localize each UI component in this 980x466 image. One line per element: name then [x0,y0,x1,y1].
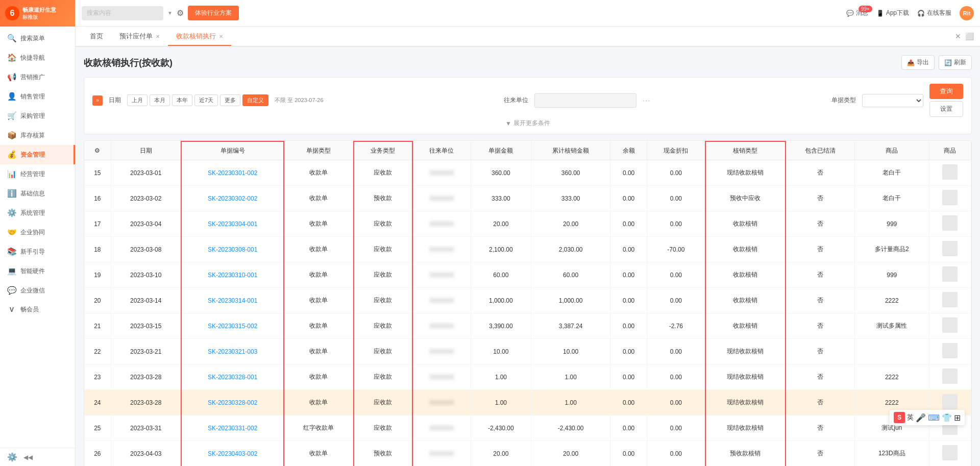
col-settings-icon[interactable]: ⚙ [94,147,100,154]
collapse-icon[interactable]: ◀◀ [23,454,33,461]
message-badge[interactable]: 💬 消息 99+ [846,9,868,17]
table-row[interactable]: 25 2023-03-31 SK-20230331-002 红字收款单 应收款 … [84,415,971,441]
table-row[interactable]: 17 2023-03-04 SK-20230304-001 收款单 应收款 XX… [84,211,971,237]
doc-no-link[interactable]: SK-20230321-003 [208,348,257,355]
more-date-btn[interactable]: 更多 [220,94,240,106]
doc-no-link[interactable]: SK-20230310-001 [208,272,257,279]
settings-button[interactable]: 设置 [929,101,963,117]
cell-cancel-amount: 10.00 [531,339,610,364]
sidebar-item-system[interactable]: ⚙️ 系统管理 [0,203,75,223]
query-button[interactable]: 查询 [929,84,963,99]
topbar-gear-icon[interactable]: ⚙ [177,8,184,18]
table-row[interactable]: 23 2023-03-28 SK-20230328-001 收款单 应收款 XX… [84,364,971,390]
sidebar-item-member[interactable]: V 畅会员 [0,300,75,319]
tab-prepay-close[interactable]: ✕ [156,34,160,39]
purchase-icon: 🛒 [7,111,16,120]
table-row[interactable]: 16 2023-03-02 SK-20230302-002 收款单 预收款 XX… [84,186,971,211]
sidebar-item-marketing[interactable]: 📢 营销推广 [0,67,75,87]
sidebar-item-wechat[interactable]: 💬 企业微信 [0,281,75,300]
this-month-btn[interactable]: 本月 [150,94,170,106]
cell-biz-type: 应收款 [354,262,412,288]
app-download[interactable]: 📱 App下载 [876,9,909,17]
col-header-date: 日期 [111,141,181,160]
doc-no-link[interactable]: SK-20230304-001 [208,220,257,228]
custom-date-btn[interactable]: 自定义 [242,94,268,106]
sidebar-item-basic[interactable]: ℹ️ 基础信息 [0,184,75,203]
cell-partner: XXXXXX [412,339,471,364]
top-search-placeholder: 搜索内容 [87,9,111,17]
table-row[interactable]: 20 2023-03-14 SK-20230314-001 收款单 应收款 XX… [84,288,971,313]
table-row[interactable]: 19 2023-03-10 SK-20230310-001 收款单 应收款 XX… [84,262,971,288]
table-row[interactable]: 22 2023-03-21 SK-20230321-003 收款单 应收款 XX… [84,339,971,364]
sidebar-item-hardware[interactable]: 💻 智能硬件 [0,261,75,281]
doc-no-link[interactable]: SK-20230328-001 [208,374,257,381]
doc-no-link[interactable]: SK-20230314-001 [208,297,257,304]
doc-no-link[interactable]: SK-20230328-002 [208,399,257,406]
last-7-days-btn[interactable]: 近7天 [194,94,218,106]
col-header-settings[interactable]: ⚙ [84,141,111,160]
cell-doc-type: 收款单 [284,313,353,339]
doc-no-link[interactable]: SK-20230403-002 [208,450,257,457]
cell-biz-type: 预收款 [354,441,412,467]
cell-doc-no: SK-20230301-002 [181,160,284,186]
export-button[interactable]: 📤 导出 [901,55,935,70]
tab-bar: 首页 预计应付单 ✕ 收款核销执行 ✕ ✕ ⬜ [76,27,980,47]
table-row[interactable]: 21 2023-03-15 SK-20230315-002 收款单 应收款 XX… [84,313,971,339]
sidebar-item-search[interactable]: 🔍 搜索菜单 [0,29,75,48]
table-row[interactable]: 18 2023-03-08 SK-20230308-001 收款单 应收款 XX… [84,237,971,262]
table-row[interactable]: 26 2023-04-03 SK-20230403-002 收款单 预收款 XX… [84,441,971,467]
doc-no-link[interactable]: SK-20230315-002 [208,323,257,330]
tab-home[interactable]: 首页 [82,28,111,46]
doc-no-link[interactable]: SK-20230302-002 [208,195,257,202]
partner-dots[interactable]: ··· [643,97,651,104]
industry-solution-button[interactable]: 体验行业方案 [188,6,239,20]
sidebar-item-finance[interactable]: 💰 资金管理 [0,145,75,164]
filter-toggle[interactable]: » [92,95,103,106]
maximize-window-icon[interactable]: ⬜ [965,32,974,40]
top-actions: 💬 消息 99+ 📱 App下载 🎧 在线客服 Rit [846,6,974,20]
user-avatar[interactable]: Rit [960,6,974,20]
partner-input[interactable] [534,93,636,108]
table-row[interactable]: 15 2023-03-01 SK-20230301-002 收款单 应收款 XX… [84,160,971,186]
table-row[interactable]: 24 2023-03-28 SK-20230328-002 收款单 应收款 XX… [84,390,971,415]
expand-more-btn[interactable]: ▼ 展开更多条件 [92,119,963,128]
cell-doc-no: SK-20230315-002 [181,313,284,339]
cell-goods2 [929,288,971,313]
cell-include-settled: 否 [786,390,854,415]
tab-prepay[interactable]: 预计应付单 ✕ [111,28,168,46]
online-service[interactable]: 🎧 在线客服 [917,9,951,17]
refresh-button[interactable]: 🔄 刷新 [939,55,972,70]
cell-cancel-type: 现结收款核销 [705,390,786,415]
cell-goods: 2222 [854,288,929,313]
col-header-cancel-amount: 累计核销金额 [531,141,610,160]
sidebar-item-operations[interactable]: 📊 经营管理 [0,164,75,184]
sidebar-item-guide[interactable]: 📚 新手引导 [0,242,75,261]
this-year-btn[interactable]: 本年 [172,94,192,106]
sidebar-item-sales[interactable]: 👤 销售管理 [0,87,75,106]
cell-balance: 0.00 [610,237,647,262]
cell-date: 2023-03-10 [111,262,181,288]
sidebar-item-enterprise[interactable]: 🤝 企业协同 [0,223,75,242]
cell-date: 2023-03-28 [111,364,181,390]
cell-no: 25 [84,415,111,441]
chevron-down-icon: ▼ [505,120,511,127]
top-search-input[interactable]: 搜索内容 [82,6,163,20]
sidebar-item-inventory[interactable]: 📦 库存核算 [0,126,75,145]
close-window-icon[interactable]: ✕ [955,32,961,40]
cell-date: 2023-03-14 [111,288,181,313]
cell-doc-type: 收款单 [284,390,353,415]
watermark-overlay: S 英 🎤 ⌨ 👕 ⊞ [890,410,965,425]
tab-receipt-cancel-close[interactable]: ✕ [219,34,223,39]
bottom-settings-icon[interactable]: ⚙️ [7,452,17,462]
col-header-goods2: 商品 [929,141,971,160]
doc-no-link[interactable]: SK-20230308-001 [208,246,257,253]
doc-no-link[interactable]: SK-20230331-002 [208,425,257,432]
doc-type-select[interactable] [862,94,923,107]
cell-partner: XXXXXX [412,186,471,211]
doc-no-link[interactable]: SK-20230301-002 [208,169,257,177]
table-scroll-area[interactable]: ⚙ 日期 单据编号 单据类型 业务类型 往来单位 单据金额 累计核销金额 余额 … [84,141,971,466]
tab-receipt-cancel[interactable]: 收款核销执行 ✕ [168,28,231,46]
sidebar-item-purchase[interactable]: 🛒 采购管理 [0,106,75,126]
last-month-btn[interactable]: 上月 [127,94,148,106]
sidebar-item-quick-nav[interactable]: 🏠 快捷导航 [0,48,75,67]
